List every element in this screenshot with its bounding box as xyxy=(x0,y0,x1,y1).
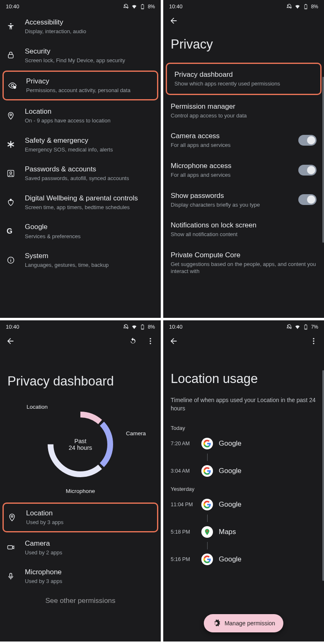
battery-text: 8% xyxy=(148,324,155,330)
more-vert-icon xyxy=(309,337,318,345)
status-bar: 10:40 8% xyxy=(0,320,161,332)
list-item[interactable]: Show passwordsDisplay characters briefly… xyxy=(163,185,324,215)
timeline-entry[interactable]: 3:04 AMGoogle xyxy=(163,461,324,481)
item-subtitle: Used by 3 apps xyxy=(26,519,153,526)
status-icons: 8% xyxy=(123,4,155,10)
item-title: Show passwords xyxy=(171,191,298,200)
list-item[interactable]: SystemLanguages, gestures, time, backup xyxy=(0,246,161,275)
list-item[interactable]: Safety & emergencyEmergency SOS, medical… xyxy=(0,130,161,159)
item-texts: Passwords & accountsSaved passwords, aut… xyxy=(25,165,154,182)
list-item[interactable]: Microphone accessFor all apps and servic… xyxy=(163,155,324,185)
item-texts: AccessibilityDisplay, interaction, audio xyxy=(25,18,154,35)
list-item[interactable]: MicrophoneUsed by 3 apps xyxy=(0,562,161,591)
item-subtitle: Screen lock, Find My Device, app securit… xyxy=(25,57,154,64)
timeline-app-name: Google xyxy=(219,467,242,475)
overflow-button[interactable] xyxy=(146,337,155,346)
svg-rect-21 xyxy=(305,329,307,329)
item-texts: Privacy dashboardShow which apps recentl… xyxy=(174,70,313,88)
google-icon: G xyxy=(7,227,25,236)
list-item[interactable]: Private Compute CoreGet suggestions base… xyxy=(163,244,324,281)
battery-text: 7% xyxy=(311,324,318,330)
status-bar: 10:40 8% xyxy=(0,0,161,12)
manage-permission-chip[interactable]: Manage permission xyxy=(204,614,283,632)
scroll-indicator[interactable] xyxy=(322,370,324,581)
list-item[interactable]: GGoogleServices & preferences xyxy=(0,217,161,246)
list-item[interactable]: LocationUsed by 3 apps xyxy=(2,503,158,532)
see-other-permissions-link[interactable]: See other permissions xyxy=(0,591,161,606)
item-subtitle: Display, interaction, audio xyxy=(25,28,154,35)
status-icons: 8% xyxy=(286,4,318,10)
timeline-entry[interactable]: 5:18 PMMaps xyxy=(163,522,324,542)
refresh-button[interactable] xyxy=(128,337,138,346)
usage-donut-chart: Past 24 hours Location Camera Microphone xyxy=(0,401,161,493)
item-subtitle: Saved passwords, autofill, synced accoun… xyxy=(25,175,154,182)
donut-label-camera: Camera xyxy=(126,430,146,437)
list-item[interactable]: Camera accessFor all apps and services xyxy=(163,125,324,155)
dnd-icon xyxy=(286,324,292,330)
privacy-screen: 10:40 8% Privacy Privacy dashboardShow w… xyxy=(163,0,324,318)
battery-text: 8% xyxy=(148,4,155,10)
back-button[interactable] xyxy=(6,337,15,346)
toggle-switch[interactable] xyxy=(298,165,317,176)
item-subtitle: Languages, gestures, time, backup xyxy=(25,261,154,269)
item-title: Privacy dashboard xyxy=(174,70,313,79)
lock-icon xyxy=(7,51,25,59)
timeline-section-label: Yesterday xyxy=(163,481,324,495)
battery-icon xyxy=(140,4,145,10)
scroll-indicator[interactable] xyxy=(322,77,324,243)
item-title: Permission manager xyxy=(171,102,317,111)
list-item[interactable]: Privacy dashboardShow which apps recentl… xyxy=(166,63,322,95)
timeline-app-name: Maps xyxy=(219,528,236,536)
list-item[interactable]: SecurityScreen lock, Find My Device, app… xyxy=(0,41,161,70)
timeline-section-label: Today xyxy=(163,420,324,434)
list-item[interactable]: Passwords & accountsSaved passwords, aut… xyxy=(0,159,161,188)
item-subtitle: Screen time, app timers, bedtime schedul… xyxy=(25,204,154,211)
wifi-icon xyxy=(131,324,137,330)
list-item[interactable]: Permission managerControl app access to … xyxy=(163,96,324,126)
item-subtitle: Control app access to your data xyxy=(171,112,317,120)
item-subtitle: Permissions, account activity, personal … xyxy=(26,87,153,94)
list-item[interactable]: CameraUsed by 2 apps xyxy=(0,533,161,562)
item-title: Microphone access xyxy=(171,161,298,171)
list-item[interactable]: Digital Wellbeing & parental controlsScr… xyxy=(0,188,161,217)
svg-point-14 xyxy=(150,343,151,344)
item-subtitle: Services & preferences xyxy=(25,233,154,240)
item-subtitle: Show all notification content xyxy=(171,231,317,238)
timeline-entry[interactable]: 5:16 PMGoogle xyxy=(163,549,324,569)
svg-rect-10 xyxy=(305,8,307,9)
timeline-entry[interactable]: 7:20 AMGoogle xyxy=(163,434,324,454)
item-title: Camera access xyxy=(171,132,298,141)
svg-point-7 xyxy=(10,172,12,174)
gear-icon xyxy=(212,619,220,627)
status-time: 10:40 xyxy=(169,324,183,330)
list-item[interactable]: LocationOn - 9 apps have access to locat… xyxy=(0,101,161,130)
list-item[interactable]: AccessibilityDisplay, interaction, audio xyxy=(0,12,161,41)
list-item[interactable]: PrivacyPermissions, account activity, pe… xyxy=(2,71,158,100)
back-button[interactable] xyxy=(169,337,178,346)
item-title: Accessibility xyxy=(25,18,154,27)
wifi-icon xyxy=(295,324,300,330)
status-icons: 7% xyxy=(286,324,318,330)
item-title: Privacy xyxy=(26,77,153,86)
item-title: Digital Wellbeing & parental controls xyxy=(25,194,154,203)
battery-icon xyxy=(303,324,309,330)
item-texts: Microphone accessFor all apps and servic… xyxy=(171,161,298,179)
svg-point-3 xyxy=(11,84,14,87)
camera-icon xyxy=(7,543,25,551)
timeline-app-name: Google xyxy=(219,555,242,564)
toggle-switch[interactable] xyxy=(298,194,317,205)
item-texts: Private Compute CoreGet suggestions base… xyxy=(171,251,317,275)
timeline-time: 5:16 PM xyxy=(171,556,196,562)
timeline-entry[interactable]: 11:04 PMGoogle xyxy=(163,495,324,515)
toggle-switch[interactable] xyxy=(298,135,317,146)
manage-permission-label: Manage permission xyxy=(225,620,275,627)
list-item[interactable]: Notifications on lock screenShow all not… xyxy=(163,215,324,244)
dnd-icon xyxy=(286,4,292,10)
page-title: Privacy dashboard xyxy=(0,349,161,401)
back-button[interactable] xyxy=(169,16,178,25)
item-texts: GoogleServices & preferences xyxy=(25,222,154,240)
privacy-icon xyxy=(8,81,26,90)
overflow-button[interactable] xyxy=(309,337,318,346)
google-app-icon xyxy=(201,554,213,565)
location-usage-screen: 10:40 7% Location usage Timeline of when… xyxy=(163,320,324,642)
